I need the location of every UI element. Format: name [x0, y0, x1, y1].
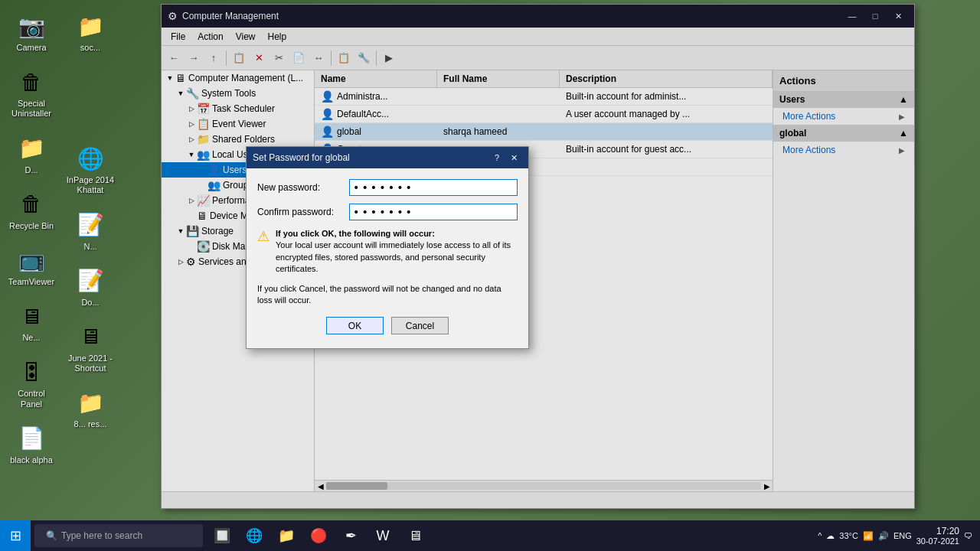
- new-password-field: New password:: [257, 179, 518, 196]
- desktop-icon-n[interactable]: 📝 Do...: [63, 262, 118, 311]
- tray-language: ENG: [893, 531, 912, 540]
- ok-button[interactable]: OK: [326, 317, 384, 334]
- uninstaller-icon: 🗑: [16, 67, 47, 97]
- warning-icon: ⚠: [257, 228, 270, 276]
- tray-clock[interactable]: 17:20 30-07-2021: [916, 526, 959, 546]
- desktop-icon-recycle[interactable]: 🗑 Recycle Bin: [4, 186, 59, 234]
- dialog-cancel-note: If you click Cancel, the password will n…: [257, 283, 518, 307]
- confirm-password-label: Confirm password:: [257, 207, 349, 217]
- taskbar-screen[interactable]: 🖥: [400, 520, 430, 551]
- june-icon: 📁: [75, 387, 106, 418]
- new-password-label: New password:: [257, 182, 349, 193]
- taskbar-explorer[interactable]: 📁: [271, 520, 302, 551]
- ne-icon: 🖥: [16, 301, 47, 331]
- desktop: 📷 Camera 🗑 Special Uninstaller 📁 D... 🗑 …: [0, 0, 980, 551]
- desktop-icon-control-panel[interactable]: 🎛 Control Panel: [4, 354, 59, 412]
- desktop-icon-edge[interactable]: 🌐 InPage 2014 Khattat: [63, 140, 118, 198]
- black-alpha-icon: 📄: [16, 423, 47, 454]
- desktop-icon-black-alpha[interactable]: 📄 black alpha: [4, 420, 59, 468]
- taskbar-tray: ^ ☁ 33°C 📶 🔊 ENG 17:20 30-07-2021 🗨: [818, 526, 980, 546]
- tray-volume: 🔊: [878, 531, 889, 541]
- desktop-icon-june[interactable]: 📁 8... res...: [63, 384, 118, 432]
- warning-body: Your local user account will immediately…: [276, 240, 511, 273]
- virtualbox-icon: 🖥: [75, 321, 106, 352]
- desktop-icon-soc[interactable]: 📁 soc...: [63, 8, 118, 56]
- taskbar-pen[interactable]: ✒: [335, 520, 366, 551]
- dialog-buttons: OK Cancel: [257, 317, 518, 337]
- tray-network: 📶: [863, 531, 874, 541]
- desktop-icon-ne[interactable]: 🖥 Ne...: [4, 298, 59, 346]
- dialog-titlebar: Set Password for global ? ✕: [247, 147, 528, 168]
- dialog-content: New password: Confirm password: ⚠ If you…: [247, 168, 528, 348]
- desktop-icon-inpage[interactable]: 📝 N...: [63, 207, 118, 255]
- dialog-close-button[interactable]: ✕: [505, 151, 522, 165]
- cancel-button[interactable]: Cancel: [391, 317, 449, 334]
- d-icon: 📁: [16, 133, 47, 164]
- control-panel-icon: 🎛: [16, 357, 47, 387]
- dialog-warning: ⚠ If you click OK, the following will oc…: [257, 228, 518, 276]
- tray-temperature: 33°C: [839, 531, 858, 540]
- soc-icon: 📁: [75, 11, 106, 41]
- edge-icon: 🌐: [75, 143, 106, 174]
- computer-management-window: ⚙ Computer Management — □ ✕ File Action …: [161, 4, 915, 509]
- search-bar[interactable]: 🔍 Type here to search: [34, 524, 203, 547]
- taskbar-edge[interactable]: 🌐: [239, 520, 270, 551]
- set-password-dialog: Set Password for global ? ✕ New password…: [246, 146, 529, 349]
- confirm-password-field: Confirm password:: [257, 204, 518, 220]
- search-icon: 🔍: [46, 530, 57, 541]
- inpage-icon: 📝: [75, 210, 106, 240]
- desktop-icon-d[interactable]: 📁 D...: [4, 130, 59, 178]
- taskbar-opera[interactable]: 🔴: [303, 520, 334, 551]
- taskbar-apps: 🔲 🌐 📁 🔴 ✒ W 🖥: [207, 520, 430, 551]
- n-icon: 📝: [75, 266, 106, 296]
- camera-icon: 📷: [16, 11, 47, 41]
- confirm-password-input[interactable]: [349, 204, 518, 220]
- search-placeholder: Type here to search: [61, 530, 142, 541]
- taskbar-word[interactable]: W: [368, 520, 398, 551]
- desktop-icon-virtualbox[interactable]: 🖥 June 2021 - Shortcut: [63, 318, 118, 377]
- desktop-icon-uninstaller[interactable]: 🗑 Special Uninstaller: [4, 64, 59, 122]
- dialog-title: Set Password for global: [253, 152, 488, 163]
- new-password-input[interactable]: [349, 179, 518, 196]
- desktop-icon-camera[interactable]: 📷 Camera: [4, 8, 59, 56]
- taskbar-task-view[interactable]: 🔲: [207, 520, 237, 551]
- tray-weather: ☁: [826, 531, 835, 541]
- warning-title: If you click OK, the following will occu…: [276, 229, 435, 238]
- desktop-icon-teamviewer[interactable]: 📺 TeamViewer: [4, 242, 59, 290]
- dialog-overlay: Set Password for global ? ✕ New password…: [162, 5, 914, 508]
- teamviewer-icon: 📺: [16, 245, 47, 276]
- start-button[interactable]: ⊞: [0, 520, 31, 551]
- recycle-icon: 🗑: [16, 189, 47, 220]
- tray-chevron[interactable]: ^: [818, 531, 822, 540]
- dialog-help-button[interactable]: ?: [488, 151, 505, 165]
- taskbar: ⊞ 🔍 Type here to search 🔲 🌐 📁 🔴 ✒ W 🖥 ^ …: [0, 520, 980, 551]
- tray-notification[interactable]: 🗨: [964, 531, 972, 540]
